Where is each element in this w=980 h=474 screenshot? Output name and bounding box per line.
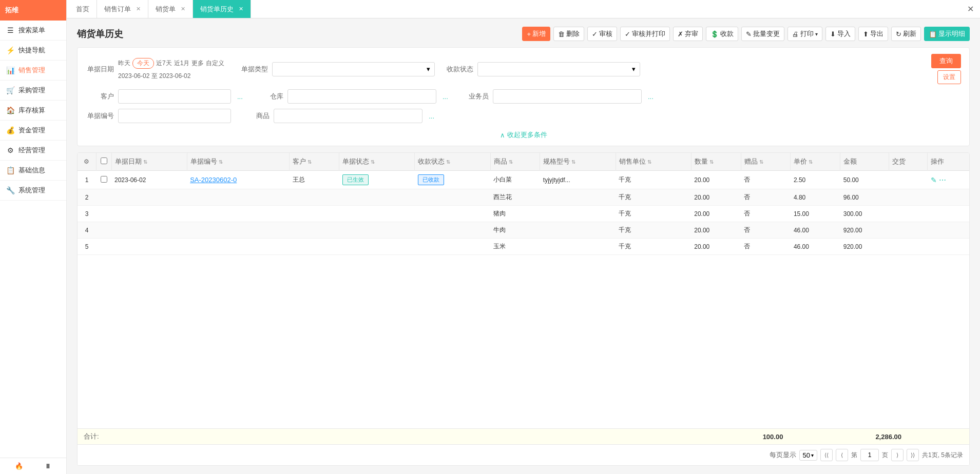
sidebar-item-ops-mgmt[interactable]: ⚙ 经营管理	[0, 141, 66, 161]
cell-doc-status	[339, 239, 415, 255]
date-tab-more[interactable]: 更多	[191, 59, 204, 68]
next-page-button[interactable]: ⟩	[891, 449, 904, 461]
cell-trade	[889, 239, 928, 255]
export-button[interactable]: ⬆ 导出	[858, 27, 888, 41]
goods-ellipsis-button[interactable]: ...	[427, 112, 436, 120]
tab-sales-history[interactable]: 销货单历史 ✕	[193, 0, 251, 18]
print-icon: 🖨	[792, 30, 799, 38]
date-tab-today[interactable]: 今天	[132, 58, 154, 69]
settings-button[interactable]: 设置	[937, 70, 961, 84]
sidebar-item-search-menu[interactable]: ☰ 搜索菜单	[0, 21, 66, 41]
th-doc-no[interactable]: 单据编号⇅	[187, 153, 290, 171]
tab-sales-order[interactable]: 销售订单 ✕	[97, 0, 148, 18]
salesperson-ellipsis-button[interactable]: ...	[646, 93, 656, 101]
first-page-button[interactable]: ⟨⟨	[820, 449, 833, 461]
audit-print-button[interactable]: ✓ 审核并打印	[620, 27, 670, 41]
page-size-select[interactable]: 50 ▾	[799, 450, 817, 461]
date-tab-1month[interactable]: 近1月	[174, 59, 190, 68]
query-button[interactable]: 查询	[931, 54, 961, 68]
tab-sales-goods[interactable]: 销货单 ✕	[148, 0, 193, 18]
row-checkbox[interactable]	[101, 176, 107, 183]
sort-icon-payment-status: ⇅	[446, 159, 450, 165]
customer-input[interactable]	[118, 89, 231, 104]
th-qty[interactable]: 数量⇅	[691, 153, 741, 171]
main-content: 首页 销售订单 ✕ 销货单 ✕ 销货单历史 ✕ ✕ 销货单历史 + 新增	[67, 0, 980, 474]
th-doc-status[interactable]: 单据状态⇅	[339, 153, 415, 171]
cell-checkbox[interactable]	[96, 189, 111, 206]
print-button[interactable]: 🖨 打印 ▾	[787, 27, 822, 41]
cell-trade	[889, 222, 928, 239]
sidebar-item-sales-mgmt[interactable]: 📊 销售管理	[0, 61, 66, 81]
sidebar-item-finance-mgmt[interactable]: 💰 资金管理	[0, 121, 66, 141]
doc-no-input[interactable]	[118, 109, 231, 123]
warehouse-input[interactable]	[287, 89, 436, 104]
edit-op-button[interactable]: ✎	[931, 176, 937, 184]
cell-customer	[290, 189, 339, 206]
collapse-more-button[interactable]: ∧ 收起更多条件	[86, 128, 961, 140]
cell-amount: 50.00	[840, 171, 889, 189]
sidebar-item-basic-info[interactable]: 📋 基础信息	[0, 161, 66, 181]
sidebar-item-sys-mgmt[interactable]: 🔧 系统管理	[0, 181, 66, 201]
cell-row-num: 4	[78, 222, 96, 239]
cell-unit-price: 2.50	[791, 171, 840, 189]
warehouse-ellipsis-button[interactable]: ...	[440, 93, 450, 101]
last-page-button[interactable]: ⟩⟩	[907, 449, 919, 461]
goods-input[interactable]	[274, 109, 422, 123]
batch-change-icon: ✎	[746, 30, 752, 38]
date-tab-yesterday[interactable]: 昨天	[118, 59, 130, 68]
cell-payment-status: 已收款	[415, 171, 490, 189]
th-payment-status[interactable]: 收款状态⇅	[415, 153, 490, 171]
sidebar-item-quick-nav[interactable]: ⚡ 快捷导航	[0, 41, 66, 61]
tab-close-sales-goods[interactable]: ✕	[181, 6, 185, 12]
cell-gift: 否	[741, 206, 791, 222]
tab-bar: 首页 销售订单 ✕ 销货单 ✕ 销货单历史 ✕ ✕	[67, 0, 980, 18]
date-tab-7days[interactable]: 近7天	[156, 59, 172, 68]
tab-close-sales-history[interactable]: ✕	[239, 6, 243, 12]
cell-sales-unit: 千克	[616, 222, 691, 239]
customer-ellipsis-button[interactable]: ...	[235, 93, 245, 101]
pause-icon[interactable]: ⏸	[45, 462, 51, 470]
cell-checkbox[interactable]	[96, 222, 111, 239]
refresh-button[interactable]: ↻ 刷新	[891, 27, 921, 41]
th-checkbox[interactable]	[96, 153, 111, 171]
cell-checkbox[interactable]	[96, 239, 111, 255]
th-sales-unit[interactable]: 销售单位⇅	[616, 153, 691, 171]
doc-type-select[interactable]: ▾	[272, 62, 435, 76]
cell-unit-price: 4.80	[791, 189, 840, 206]
th-doc-date[interactable]: 单据日期⇅	[111, 153, 187, 171]
more-op-button[interactable]: ⋯	[939, 176, 946, 184]
new-button[interactable]: + 新增	[522, 27, 550, 41]
fire-icon[interactable]: 🔥	[15, 462, 23, 470]
th-settings[interactable]: ⚙	[78, 153, 96, 171]
receive-button[interactable]: 💲 收款	[706, 27, 738, 41]
sort-icon-doc-date: ⇅	[143, 159, 147, 165]
delete-button[interactable]: 🗑 删除	[553, 27, 584, 41]
payment-status-select[interactable]: ▾	[477, 62, 640, 76]
select-all-checkbox[interactable]	[101, 157, 107, 164]
prev-page-button[interactable]: ⟨	[836, 449, 848, 461]
cell-unit-price: 46.00	[791, 239, 840, 255]
cell-checkbox[interactable]	[96, 206, 111, 222]
th-unit-price[interactable]: 单价⇅	[791, 153, 840, 171]
th-goods[interactable]: 商品⇅	[490, 153, 540, 171]
window-close-button[interactable]: ✕	[961, 4, 980, 14]
date-picker[interactable]: 昨天 今天 近7天 近1月 更多 自定义 2023-06-02 至 2023-0…	[118, 58, 224, 81]
abandon-button[interactable]: ✗ 弃审	[673, 27, 703, 41]
tab-home[interactable]: 首页	[67, 0, 97, 18]
sidebar-item-purchase-mgmt[interactable]: 🛒 采购管理	[0, 81, 66, 101]
batch-change-button[interactable]: ✎ 批量变更	[741, 27, 784, 41]
salesperson-input[interactable]	[493, 89, 642, 104]
sidebar-item-label: 快捷导航	[18, 46, 45, 55]
th-customer[interactable]: 客户⇅	[290, 153, 339, 171]
audit-button[interactable]: ✓ 审核	[587, 27, 617, 41]
date-tab-custom[interactable]: 自定义	[206, 59, 224, 68]
doc-no-link[interactable]: SA-20230602-0	[190, 176, 237, 184]
sidebar-item-inventory[interactable]: 🏠 库存核算	[0, 101, 66, 121]
th-spec-type[interactable]: 规格型号⇅	[540, 153, 616, 171]
th-gift[interactable]: 赠品⇅	[741, 153, 791, 171]
tab-close-sales-order[interactable]: ✕	[136, 6, 141, 12]
cell-checkbox[interactable]	[96, 171, 111, 189]
show-detail-button[interactable]: 📋 显示明细	[924, 27, 970, 41]
page-number-input[interactable]	[860, 449, 879, 461]
import-button[interactable]: ⬇ 导入	[825, 27, 855, 41]
